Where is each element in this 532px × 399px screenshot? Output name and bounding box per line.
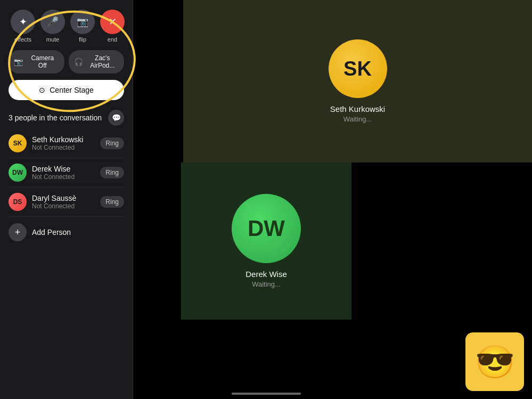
flip-label: flip — [79, 36, 86, 43]
ring-button-seth[interactable]: Ring — [100, 137, 124, 149]
self-emoji: 😎 — [475, 343, 515, 381]
end-label: end — [108, 36, 117, 43]
sidebar-panel: ✦ effects 🎤 mute 📷 flip ✕ end 📷 Camera O… — [0, 0, 133, 399]
person-item-derek[interactable]: DW Derek Wise Not Connected Ring — [0, 159, 133, 186]
derek-info: Derek Wise Not Connected — [32, 165, 100, 181]
seth-status: Waiting... — [343, 115, 372, 123]
mute-icon: 🎤 — [40, 10, 65, 34]
daryl-name-sidebar: Daryl Saussè — [32, 194, 100, 202]
controls-row: ✦ effects 🎤 mute 📷 flip ✕ end — [0, 0, 133, 48]
divider-2 — [9, 187, 124, 188]
avatar-seth: SK — [329, 39, 387, 98]
person-item-seth[interactable]: SK Seth Kurkowski Not Connected Ring — [0, 130, 133, 157]
video-panel-seth: SK Seth Kurkowski Waiting... — [183, 0, 532, 162]
person-item-daryl[interactable]: DS Daryl Saussè Not Connected Ring — [0, 189, 133, 215]
daryl-info: Daryl Saussè Not Connected — [32, 194, 100, 210]
seth-name: Seth Kurkowski — [330, 104, 385, 113]
add-person-row[interactable]: + Add Person — [0, 218, 133, 247]
people-count-text: 3 people in the conversation — [9, 113, 102, 122]
divider-1 — [9, 158, 124, 158]
avatar-derek: DW — [232, 194, 301, 263]
camera-icon: 📷 — [14, 58, 23, 66]
airpods-label: Zac's AirPod... — [86, 54, 119, 69]
chat-button[interactable]: 💬 — [108, 110, 124, 126]
derek-name: Derek Wise — [245, 270, 287, 279]
camera-label: Camera Off — [26, 54, 59, 69]
people-count-row: 3 people in the conversation 💬 — [0, 104, 133, 130]
avatar-derek-sidebar: DW — [9, 164, 27, 182]
divider-3 — [9, 216, 124, 217]
ring-button-daryl[interactable]: Ring — [100, 196, 124, 208]
center-stage-button[interactable]: ⊙ Center Stage — [9, 80, 124, 100]
add-person-icon: + — [9, 223, 27, 241]
seth-name-sidebar: Seth Kurkowski — [32, 135, 100, 144]
home-indicator — [232, 393, 301, 395]
effects-button[interactable]: ✦ effects — [11, 10, 35, 43]
avatar-daryl-sidebar: DS — [9, 193, 27, 211]
center-stage-icon: ⊙ — [39, 86, 45, 94]
effects-icon: ✦ — [11, 10, 35, 34]
seth-status-sidebar: Not Connected — [32, 144, 100, 151]
camera-off-button[interactable]: 📷 Camera Off — [9, 50, 64, 74]
flip-button[interactable]: 📷 flip — [70, 10, 95, 43]
avatar-seth-sidebar: SK — [9, 134, 27, 152]
center-stage-label: Center Stage — [50, 86, 94, 94]
airpods-icon: 🎧 — [74, 58, 83, 66]
derek-status: Waiting... — [252, 280, 281, 288]
video-panel-derek: DW Derek Wise Waiting... — [181, 162, 351, 320]
add-person-label: Add Person — [32, 228, 71, 237]
flip-icon: 📷 — [70, 10, 95, 34]
device-row: 📷 Camera Off 🎧 Zac's AirPod... — [0, 48, 133, 76]
airpods-button[interactable]: 🎧 Zac's AirPod... — [69, 50, 125, 74]
derek-status-sidebar: Not Connected — [32, 173, 100, 181]
end-button[interactable]: ✕ end — [100, 10, 125, 43]
effects-label: effects — [14, 36, 31, 43]
mute-label: mute — [46, 36, 59, 43]
self-view[interactable]: 😎 — [465, 332, 524, 391]
seth-info: Seth Kurkowski Not Connected — [32, 135, 100, 151]
ring-button-derek[interactable]: Ring — [100, 167, 124, 178]
mute-button[interactable]: 🎤 mute — [40, 10, 65, 43]
end-icon: ✕ — [100, 10, 125, 34]
derek-name-sidebar: Derek Wise — [32, 165, 100, 173]
daryl-status-sidebar: Not Connected — [32, 202, 100, 210]
